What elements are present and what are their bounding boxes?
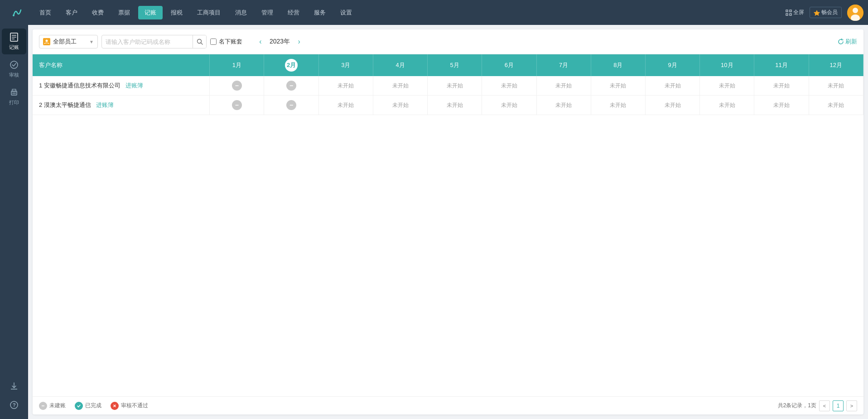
download-icon bbox=[9, 381, 19, 391]
row1-company: 1 安徽畅捷通信息技术有限公司 进账簿 bbox=[33, 76, 210, 96]
svg-rect-4 bbox=[786, 14, 788, 15]
status-not-started: 未开始 bbox=[501, 102, 517, 108]
status-not-started: 未开始 bbox=[338, 82, 354, 89]
status-not-started: 未开始 bbox=[447, 102, 463, 108]
nav-message[interactable]: 消息 bbox=[229, 6, 253, 19]
ledger-table: 客户名称 1月 2月 3月 4月 5月 6月 7月 8月 9月 bbox=[33, 54, 863, 115]
prev-year-button[interactable]: ‹ bbox=[255, 36, 266, 47]
row1-aug: 未开始 bbox=[591, 76, 645, 96]
svg-point-14 bbox=[10, 61, 18, 68]
legend-not-created-label: 未建账 bbox=[49, 402, 66, 409]
sidebar-item-print[interactable]: 打印 bbox=[2, 84, 26, 110]
sidebar-item-ledger[interactable]: 记账 bbox=[2, 29, 26, 54]
refresh-label: 刷新 bbox=[845, 38, 857, 46]
nav-manage[interactable]: 管理 bbox=[255, 6, 280, 19]
row2-may: 未开始 bbox=[428, 96, 482, 115]
audit-icon bbox=[9, 60, 19, 70]
row1-feb: − bbox=[264, 76, 318, 96]
row1-nov: 未开始 bbox=[754, 76, 809, 96]
top-nav-right: 全屏 畅会员 bbox=[786, 5, 863, 21]
col-jan: 1月 bbox=[210, 54, 264, 76]
employee-label: 全部员工 bbox=[53, 38, 87, 46]
nav-business[interactable]: 工商项目 bbox=[191, 6, 227, 19]
status-dash-icon: − bbox=[232, 100, 242, 110]
fullscreen-button[interactable]: 全屏 bbox=[786, 9, 804, 16]
sidebar-item-audit[interactable]: 审核 bbox=[2, 56, 26, 82]
row1-oct: 未开始 bbox=[700, 76, 754, 96]
status-not-started: 未开始 bbox=[392, 102, 409, 108]
legend-red-icon bbox=[111, 402, 119, 410]
nav-ledger[interactable]: 记账 bbox=[138, 6, 163, 19]
main-panel: 全部员工 ▼ 名下账套 ‹ bbox=[33, 29, 863, 414]
svg-text:?: ? bbox=[13, 402, 16, 408]
sidebar-item-download[interactable] bbox=[2, 377, 26, 395]
table-row: 2 漠澳太平畅捷通信 进账簿 − − 未开始 未开始 未开始 未开始 未开始 未… bbox=[33, 96, 863, 115]
row2-name: 漠澳太平畅捷通信 bbox=[44, 101, 91, 108]
status-not-started: 未开始 bbox=[555, 102, 572, 108]
row2-sep: 未开始 bbox=[645, 96, 699, 115]
sidebar-print-label: 打印 bbox=[9, 99, 19, 106]
row2-aug: 未开始 bbox=[591, 96, 645, 115]
ledger-icon bbox=[9, 32, 19, 42]
status-not-started: 未开始 bbox=[828, 82, 844, 89]
sidebar-item-help[interactable]: ? bbox=[2, 396, 26, 414]
col-mar: 3月 bbox=[318, 54, 373, 76]
col-feb: 2月 bbox=[264, 54, 318, 76]
search-input[interactable] bbox=[102, 39, 193, 45]
refresh-button[interactable]: 刷新 bbox=[838, 38, 857, 46]
row1-dec: 未开始 bbox=[809, 76, 863, 96]
row2-feb: − bbox=[264, 96, 318, 115]
nav-service[interactable]: 服务 bbox=[308, 6, 332, 19]
status-not-started: 未开始 bbox=[610, 82, 626, 89]
status-not-started: 未开始 bbox=[828, 102, 844, 108]
checkbox-label: 名下账套 bbox=[219, 38, 242, 46]
fullscreen-label: 全屏 bbox=[793, 9, 804, 16]
employee-icon bbox=[43, 38, 50, 45]
status-not-started: 未开始 bbox=[447, 82, 463, 89]
row2-company: 2 漠澳太平畅捷通信 进账簿 bbox=[33, 96, 210, 115]
pagination-total: 共2条记录，1页 bbox=[778, 402, 816, 409]
logo[interactable] bbox=[5, 5, 29, 21]
status-dash-icon: − bbox=[232, 81, 242, 91]
row1-jun: 未开始 bbox=[482, 76, 536, 96]
row1-apr: 未开始 bbox=[373, 76, 427, 96]
sidebar: 记账 审核 打印 bbox=[0, 25, 28, 419]
col-sep: 9月 bbox=[645, 54, 699, 76]
row2-jan: − bbox=[210, 96, 264, 115]
status-not-started: 未开始 bbox=[501, 82, 517, 89]
legend-grey-icon bbox=[39, 402, 47, 410]
row1-mar: 未开始 bbox=[318, 76, 373, 96]
row1-index: 1 bbox=[39, 82, 42, 89]
my-accounts-checkbox[interactable] bbox=[210, 39, 217, 45]
row1-may: 未开始 bbox=[428, 76, 482, 96]
row2-link[interactable]: 进账簿 bbox=[96, 101, 114, 108]
next-year-button[interactable]: › bbox=[294, 36, 304, 47]
employee-select[interactable]: 全部员工 ▼ bbox=[39, 35, 98, 48]
nav-customer[interactable]: 客户 bbox=[59, 6, 84, 19]
row1-jan: − bbox=[210, 76, 264, 96]
nav-tax[interactable]: 报税 bbox=[164, 6, 189, 19]
prev-page-button[interactable]: < bbox=[819, 400, 830, 411]
row2-dec: 未开始 bbox=[809, 96, 863, 115]
nav-billing[interactable]: 收费 bbox=[86, 6, 110, 19]
content-area: 全部员工 ▼ 名下账套 ‹ bbox=[28, 25, 868, 419]
svg-point-22 bbox=[46, 40, 48, 42]
svg-point-8 bbox=[853, 8, 858, 13]
nav-invoice[interactable]: 票据 bbox=[112, 6, 136, 19]
row1-link[interactable]: 进账簿 bbox=[125, 82, 143, 89]
nav-home[interactable]: 首页 bbox=[33, 6, 58, 19]
main-nav: 首页 客户 收费 票据 记账 报税 工商项目 消息 管理 经营 服务 设置 bbox=[33, 6, 786, 19]
nav-operation[interactable]: 经营 bbox=[281, 6, 306, 19]
next-page-button[interactable]: > bbox=[846, 400, 857, 411]
print-icon bbox=[9, 87, 19, 97]
search-button[interactable] bbox=[193, 35, 206, 48]
checkbox-wrap[interactable]: 名下账套 bbox=[210, 38, 242, 46]
row2-index: 2 bbox=[39, 101, 42, 108]
svg-marker-6 bbox=[814, 10, 820, 16]
col-jul: 7月 bbox=[536, 54, 591, 76]
legend-rejected: 审核不通过 bbox=[111, 402, 148, 410]
vip-button[interactable]: 畅会员 bbox=[810, 7, 842, 18]
avatar[interactable] bbox=[847, 5, 863, 21]
nav-settings[interactable]: 设置 bbox=[334, 6, 358, 19]
pagination: 共2条记录，1页 < 1 > bbox=[778, 400, 857, 411]
